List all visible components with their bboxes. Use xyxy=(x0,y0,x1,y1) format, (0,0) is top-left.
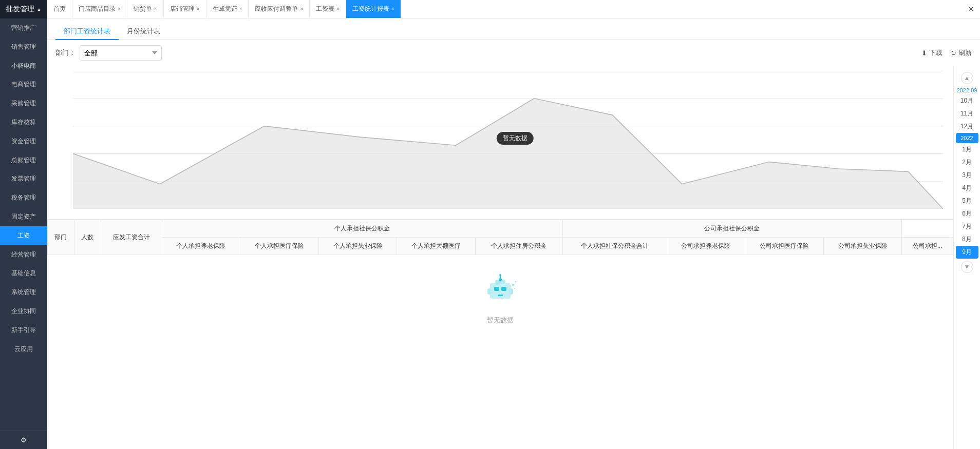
subtab-bumen[interactable]: 部门工资统计表 xyxy=(55,24,119,40)
month-item[interactable]: 11月 xyxy=(956,107,978,120)
action-row: ⬇ 下载 ↻ 刷新 xyxy=(921,48,972,57)
month-item[interactable]: 3月 xyxy=(956,169,978,182)
year-marker[interactable]: 2022 xyxy=(956,133,978,143)
col-subheader: 公司承担医疗保险 xyxy=(745,238,824,255)
sidebar-item-xinshou[interactable]: 新手引导 xyxy=(0,321,47,340)
tab-close-icon-gongzibiao[interactable]: × xyxy=(336,6,340,12)
subtab-yufen[interactable]: 月份统计表 xyxy=(119,24,168,40)
tab-shouye[interactable]: 首页 xyxy=(47,0,72,18)
sidebar-item-jichu[interactable]: 基础信息 xyxy=(0,264,47,283)
tab-close-icon-mendianshanpinmulu[interactable]: × xyxy=(118,6,121,12)
table-head: 部门人数应发工资合计个人承担社保公积金公司承担社保公积金个人承担养老保险个人承担… xyxy=(48,220,953,255)
col-subheader: 个人承担社保公积金合计 xyxy=(562,238,667,255)
panel-down-btn[interactable]: ▼ xyxy=(961,261,973,273)
sidebar-item-fapiao[interactable]: 发票管理 xyxy=(0,169,47,188)
col-subheader: 个人承担医疗保险 xyxy=(240,238,319,255)
svg-rect-17 xyxy=(510,288,513,295)
sidebar-item-xiaoshou[interactable]: 销售管理 xyxy=(0,37,47,56)
sidebar-item-caigou[interactable]: 采购管理 xyxy=(0,94,47,113)
panel-up-btn[interactable]: ▲ xyxy=(961,72,973,84)
tab-close-icon-xiaoshoudian[interactable]: × xyxy=(154,6,157,12)
sidebar-item-shuiwu[interactable]: 税务管理 xyxy=(0,188,47,207)
sidebar-items: 营销推广销售管理小畅电商电商管理采购管理库存核算资金管理总账管理发票管理税务管理… xyxy=(0,18,47,358)
month-item[interactable]: 4月 xyxy=(956,182,978,194)
month-item[interactable]: 1月 xyxy=(956,143,978,156)
svg-point-19 xyxy=(499,278,502,281)
month-item[interactable]: 7月 xyxy=(956,220,978,233)
empty-state: 暂无数据 xyxy=(47,255,953,340)
svg-rect-15 xyxy=(498,295,503,296)
download-label: 下载 xyxy=(929,48,943,57)
svg-rect-16 xyxy=(487,288,491,295)
year-2022-label: 2022.09 xyxy=(957,86,977,94)
tab-yingshoudanfutiao[interactable]: 应收应付调整单 × xyxy=(249,0,310,18)
sidebar-top-label[interactable]: 批发管理 ▲ xyxy=(0,0,47,18)
col-subheader: 公司承担... xyxy=(902,238,953,255)
sidebar-item-dianshang[interactable]: 电商管理 xyxy=(0,75,47,94)
tab-close-icon-shengchengpingzheng[interactable]: × xyxy=(239,6,242,12)
col-header: 应发工资合计 xyxy=(101,220,162,255)
toolbar: 部门： 全部 ⬇ 下载 ↻ 刷新 xyxy=(47,40,980,66)
svg-rect-14 xyxy=(501,287,506,291)
month-item[interactable]: 10月 xyxy=(956,94,978,107)
sidebar-item-jingying[interactable]: 经营管理 xyxy=(0,245,47,264)
tab-close-icon-dianguanli[interactable]: × xyxy=(197,6,200,12)
sidebar-item-gudingzichan[interactable]: 固定资产 xyxy=(0,207,47,226)
tabbar-close-btn[interactable]: ✕ xyxy=(962,0,980,18)
tab-close-icon-gongzitongji[interactable]: × xyxy=(391,6,394,12)
svg-point-23 xyxy=(515,281,517,283)
sidebar-item-yun[interactable]: 云应用 xyxy=(0,340,47,359)
chart-svg: 0100200300400500 xyxy=(73,71,943,209)
col-header: 部门 xyxy=(48,220,74,255)
download-btn[interactable]: ⬇ 下载 xyxy=(921,48,943,57)
right-panel: ▲ 2022.09 10月11月12月20221月2月3月4月5月6月7月8月9… xyxy=(953,66,980,449)
data-table: 部门人数应发工资合计个人承担社保公积金公司承担社保公积金个人承担养老保险个人承担… xyxy=(47,220,953,255)
tab-close-icon-yingshoudanfutiao[interactable]: × xyxy=(300,6,303,12)
col-header: 人数 xyxy=(74,220,101,255)
sidebar-item-zhangzhang[interactable]: 总账管理 xyxy=(0,151,47,170)
month-item[interactable]: 2月 xyxy=(956,156,978,169)
col-subheader: 公司承担失业保险 xyxy=(823,238,902,255)
chart-table-area: 0100200300400500 暂无数据 部门人数应发工资合计个人承担社保公积… xyxy=(47,66,980,449)
department-select[interactable]: 全部 xyxy=(80,45,162,61)
col-header: 个人承担社保公积金 xyxy=(162,220,562,238)
sidebar-item-gongzi[interactable]: 工资 xyxy=(0,226,47,245)
subtabs: 部门工资统计表月份统计表 xyxy=(47,18,980,40)
month-item[interactable]: 6月 xyxy=(956,207,978,220)
col-subheader: 个人承担失业保险 xyxy=(318,238,397,255)
sidebar-item-qiye[interactable]: 企业协同 xyxy=(0,302,47,321)
sidebar-item-kucun[interactable]: 库存核算 xyxy=(0,113,47,132)
sidebar: 批发管理 ▲ 营销推广销售管理小畅电商电商管理采购管理库存核算资金管理总账管理发… xyxy=(0,0,47,449)
sidebar-item-xiaodian[interactable]: 小畅电商 xyxy=(0,56,47,75)
tab-xiaoshoudian[interactable]: 销货单 × xyxy=(127,0,164,18)
month-item[interactable]: 8月 xyxy=(956,233,978,246)
tab-gongzitongji[interactable]: 工资统计报表 × xyxy=(346,0,401,18)
col-subheader: 个人承担住房公积金 xyxy=(476,238,562,255)
right-panel-months: 10月11月12月20221月2月3月4月5月6月7月8月9月 xyxy=(956,94,978,259)
month-item[interactable]: 12月 xyxy=(956,120,978,133)
download-icon: ⬇ xyxy=(921,49,927,57)
col-header: 公司承担社保公积金 xyxy=(562,220,902,238)
department-label: 部门： xyxy=(55,48,76,57)
svg-point-21 xyxy=(499,274,501,276)
settings-icon: ⚙ xyxy=(21,436,27,444)
sidebar-item-zijin[interactable]: 资金管理 xyxy=(0,132,47,151)
chart-table-main: 0100200300400500 暂无数据 部门人数应发工资合计个人承担社保公积… xyxy=(47,66,953,449)
month-item[interactable]: 5月 xyxy=(956,194,978,207)
refresh-btn[interactable]: ↻ 刷新 xyxy=(951,48,972,57)
tab-dianguanli[interactable]: 店铺管理 × xyxy=(164,0,206,18)
month-item[interactable]: 9月 xyxy=(956,246,978,259)
sidebar-settings-btn[interactable]: ⚙ xyxy=(0,431,47,449)
tab-gongzibiao[interactable]: 工资表 × xyxy=(310,0,346,18)
empty-icon xyxy=(480,270,521,311)
sidebar-item-yingxiao[interactable]: 营销推广 xyxy=(0,18,47,37)
refresh-icon: ↻ xyxy=(951,49,956,57)
tab-shengchengpingzheng[interactable]: 生成凭证 × xyxy=(206,0,249,18)
col-subheader: 公司承担养老保险 xyxy=(667,238,745,255)
sidebar-item-xitong[interactable]: 系统管理 xyxy=(0,283,47,302)
svg-point-22 xyxy=(512,284,514,286)
tab-mendianshanpinmulu[interactable]: 门店商品目录 × xyxy=(72,0,127,18)
svg-rect-12 xyxy=(490,283,511,299)
svg-rect-13 xyxy=(494,287,499,291)
chart-area: 0100200300400500 暂无数据 xyxy=(47,66,953,220)
